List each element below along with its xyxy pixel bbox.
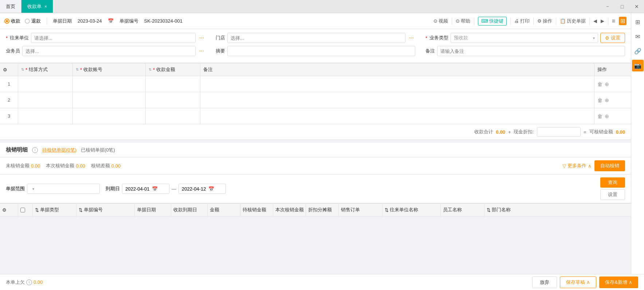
row-amount-1[interactable] xyxy=(146,76,200,92)
remark-input[interactable] xyxy=(437,46,625,56)
row-account-1[interactable] xyxy=(73,76,146,92)
th-actions: 操作 xyxy=(594,63,631,76)
row-settlement-1[interactable] xyxy=(18,76,73,92)
save-new-button[interactable]: 保存&新增 ∧ xyxy=(599,277,638,288)
bth-checkbox[interactable] xyxy=(18,204,33,216)
close-button[interactable]: ✕ xyxy=(629,0,644,13)
row-account-2[interactable] xyxy=(73,92,146,108)
settings-button[interactable]: ⚙ 设置 xyxy=(600,33,625,43)
tab-active[interactable]: 收款单 × xyxy=(21,0,53,13)
section-separator xyxy=(0,140,631,143)
right-panel: ⊞ ✉ 🔗 📷 xyxy=(631,13,644,274)
minimize-button[interactable]: － xyxy=(600,0,615,13)
bth-sales-order: 销售订单 xyxy=(339,204,382,216)
delete-icon-3[interactable]: 🗑 xyxy=(597,113,602,119)
store-input[interactable] xyxy=(227,33,405,43)
row-actions-3: 🗑 ⊕ xyxy=(594,108,631,124)
info-icon[interactable]: i xyxy=(32,147,38,153)
maximize-button[interactable]: □ xyxy=(615,0,629,13)
pending-tab[interactable]: 待核销单据(0笔) xyxy=(42,147,76,153)
discount-input[interactable] xyxy=(537,127,581,137)
filter-icon: ▽ xyxy=(562,163,566,169)
save-draft-button[interactable]: 保存草稿 ∧ xyxy=(560,277,596,288)
bth-due-date: 收款到期日 xyxy=(171,204,208,216)
search-right: 查询 设置 xyxy=(600,177,625,200)
salesperson-input[interactable] xyxy=(22,46,196,56)
auto-verification-btn[interactable]: 自动核销 xyxy=(594,160,625,171)
more-conditions-btn[interactable]: ▽ 更多条件 ∧ xyxy=(562,162,592,169)
video-btn[interactable]: ⊙ 视频 xyxy=(433,18,448,24)
verified-count: 0笔 xyxy=(106,147,113,153)
pending-count: 0笔 xyxy=(67,147,75,153)
row-settlement-3[interactable] xyxy=(18,108,73,124)
gear-icon-settings: ⚙ xyxy=(605,35,609,41)
help-btn[interactable]: ⊙ 帮助 xyxy=(456,18,470,24)
save-draft-label: 保存草稿 xyxy=(566,279,585,286)
shortcut-btn[interactable]: ⌨ 快捷键 xyxy=(478,17,507,26)
nav-right-icon[interactable]: ▶ xyxy=(601,18,604,24)
divider-6 xyxy=(556,17,556,25)
th-settings[interactable]: ⚙ xyxy=(0,63,18,76)
abandon-button[interactable]: 放弃 xyxy=(532,277,557,288)
nav-left-icon[interactable]: ◀ xyxy=(593,18,597,24)
tab-close-icon[interactable]: × xyxy=(44,4,47,9)
verified-tab[interactable]: 已核销单据(0笔) xyxy=(81,147,115,153)
counterpart-input[interactable] xyxy=(31,33,196,43)
panel-table-icon[interactable]: ⊞ xyxy=(632,16,644,28)
copy-icon-1[interactable]: ⊕ xyxy=(605,81,609,87)
toolbar-right: ⊙ 视频 ⊙ 帮助 ⌨ 快捷键 🖨 打印 ⚙ 操作 xyxy=(433,17,627,26)
bth-discount-label: 折扣分摊额 xyxy=(308,207,332,213)
gear-icon-table[interactable]: ⚙ xyxy=(3,67,7,72)
row-remark-3[interactable] xyxy=(200,108,594,124)
row-remark-2[interactable] xyxy=(200,92,594,108)
copy-icon-2[interactable]: ⊕ xyxy=(605,97,609,103)
store-more-btn[interactable]: ··· xyxy=(408,35,415,41)
panel-mail-icon[interactable]: ✉ xyxy=(632,31,644,42)
divider-7 xyxy=(589,17,590,25)
row-remark-1[interactable] xyxy=(200,76,594,92)
help-icon: ⊙ xyxy=(456,18,460,24)
copy-icon-3[interactable]: ⊕ xyxy=(605,113,609,119)
calendar-icon[interactable]: 📅 xyxy=(108,18,114,24)
list-view-icon[interactable]: ≡ xyxy=(612,18,615,24)
panel-camera-icon[interactable]: 📷 xyxy=(632,60,644,71)
tab-home[interactable]: 首页 xyxy=(0,0,21,13)
operation-btn[interactable]: ⚙ 操作 xyxy=(537,18,552,24)
row-number-2: 2 xyxy=(8,97,10,103)
query-button[interactable]: 查询 xyxy=(600,177,625,188)
total-value: 0.00 xyxy=(496,129,505,135)
sort-icon-1: ⇅ xyxy=(21,68,24,71)
row-amount-2[interactable] xyxy=(146,92,200,108)
filter-right: ▽ 更多条件 ∧ 自动核销 xyxy=(562,160,625,171)
gear-icon-bottom[interactable]: ⚙ xyxy=(2,207,7,213)
due-end-input[interactable]: 2022-04-12 📅 xyxy=(178,184,226,194)
radio-refund[interactable]: 退款 xyxy=(25,18,41,24)
history-btn[interactable]: 📋 历史单据 xyxy=(560,18,586,24)
row-actions-2: 🗑 ⊕ xyxy=(594,92,631,108)
row-num-2: 2 xyxy=(0,92,18,108)
counterpart-more-btn[interactable]: ··· xyxy=(198,35,205,41)
due-start-input[interactable]: 2022-04-01 📅 xyxy=(122,184,169,194)
query-label: 查询 xyxy=(608,180,617,185)
footer-info-icon[interactable]: i xyxy=(26,279,32,285)
bth-gear[interactable]: ⚙ xyxy=(0,204,18,216)
salesperson-more-btn[interactable]: ··· xyxy=(198,48,205,54)
row-account-3[interactable] xyxy=(73,108,146,124)
delete-icon-2[interactable]: 🗑 xyxy=(597,97,602,103)
range-select[interactable]: ▾ xyxy=(27,184,100,194)
bth-doc-date: 单据日期 xyxy=(135,204,171,216)
row-settlement-2[interactable] xyxy=(18,92,73,108)
panel-link-icon[interactable]: 🔗 xyxy=(632,45,644,57)
range-label: 单据范围 xyxy=(6,185,25,192)
table-settings-button[interactable]: 设置 xyxy=(600,189,625,200)
summary-input[interactable] xyxy=(227,46,415,56)
radio-receipt[interactable]: 收款 xyxy=(4,18,20,24)
footer-value: 0.00 xyxy=(34,279,43,285)
select-all-checkbox[interactable] xyxy=(20,208,25,212)
print-btn[interactable]: 🖨 打印 xyxy=(514,18,530,24)
delete-icon-1[interactable]: 🗑 xyxy=(597,81,602,87)
required-star-1: * xyxy=(6,35,8,41)
row-amount-3[interactable] xyxy=(146,108,200,124)
business-type-select[interactable]: 预收款 ▾ xyxy=(451,33,598,43)
grid-view-icon[interactable]: ⊞ xyxy=(619,17,627,25)
